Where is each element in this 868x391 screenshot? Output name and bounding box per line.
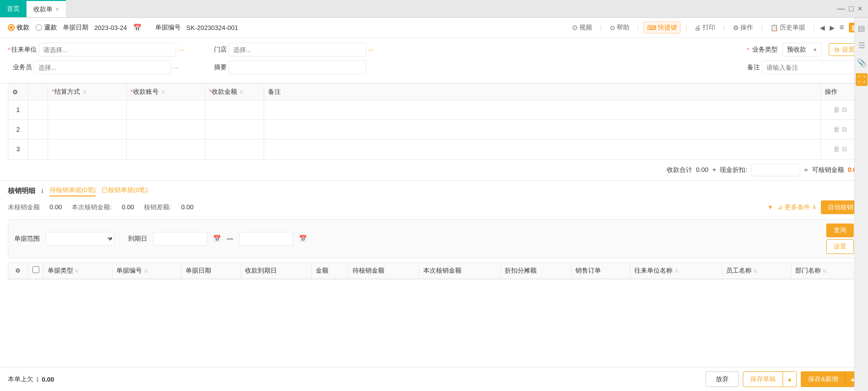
current-value: 0.00 — [122, 203, 134, 211]
row-amount-1[interactable] — [205, 100, 264, 120]
help-btn[interactable]: ⊙ 帮助 — [607, 22, 632, 33]
range-select[interactable] — [46, 232, 114, 246]
nav-right-btn[interactable]: ▶ — [830, 24, 835, 31]
form-area: * 往来单位 ··· 门店 ··· * 业务类型 预收款 ▼ ⚙ — [0, 38, 868, 84]
row-settle-3[interactable] — [48, 140, 126, 159]
footer-buttons: 放弃 保存草稿 ▲ 保存&新增 ▲ — [705, 371, 860, 387]
uncancelled-label: 未核销金额 — [8, 203, 40, 212]
table-row: 3 🗑 ⧉ — [8, 140, 860, 159]
row-copy-2[interactable]: ⧉ — [842, 125, 847, 134]
business-type-dropdown[interactable]: 预收款 ▼ — [783, 43, 822, 56]
filter-row: 单据范围 ▼ 到期日 2022-04-01 📅 — 2022-04-12 📅 查… — [8, 219, 860, 258]
partner-more-icon[interactable]: ··· — [178, 46, 184, 54]
tab-done[interactable]: 已核销单据(0笔) — [102, 186, 148, 196]
tab-receipt[interactable]: 收款单 × — [27, 0, 66, 17]
table-settings-header[interactable]: ⚙ — [8, 84, 28, 100]
summary-row: 收款合计 0.00 + 现金折扣: = 可核销金额 0.00 — [0, 160, 868, 181]
row-delete-2[interactable]: 🗑 — [833, 125, 840, 134]
row-copy-3[interactable]: ⧉ — [842, 145, 847, 153]
row-remark-3[interactable] — [264, 140, 820, 159]
window-close-btn[interactable]: × — [858, 4, 862, 13]
select-all-checkbox[interactable] — [32, 266, 39, 273]
history-btn[interactable]: 📋 历史单据 — [767, 22, 808, 33]
operation-btn[interactable]: ⚙ 操作 — [730, 22, 756, 33]
more-conditions-btn[interactable]: ⊿ 更多条件 ∧ — [777, 203, 817, 212]
receipt-type-group: 收款 退款 — [8, 23, 57, 32]
bt-partner-name-header: 往来单位名称 ⇅ — [630, 263, 722, 279]
summary-input[interactable] — [229, 60, 366, 74]
row-account-3[interactable] — [126, 140, 205, 159]
sidebar-list-icon[interactable]: ☰ — [856, 39, 867, 52]
calendar-from-icon[interactable]: 📅 — [213, 235, 221, 242]
save-new-btn[interactable]: 保存&新增 — [801, 371, 845, 387]
staff-more-icon[interactable]: ··· — [173, 63, 179, 71]
tab-home[interactable]: 首页 — [0, 0, 27, 17]
table-row: 2 🗑 ⧉ — [8, 120, 860, 140]
available-label: 可核销金额 — [812, 166, 844, 174]
sidebar-expand-icon[interactable]: ⛶ — [856, 73, 868, 86]
radio-refund[interactable]: 退款 — [35, 23, 57, 32]
store-input[interactable] — [229, 43, 366, 56]
discard-btn[interactable]: 放弃 — [705, 371, 739, 387]
video-btn[interactable]: ⊙ 视频 — [569, 22, 595, 33]
calendar-to-icon[interactable]: 📅 — [299, 235, 307, 242]
window-min-btn[interactable]: — — [837, 4, 845, 13]
table-remark-header: 备注 — [264, 84, 820, 100]
bt-sales-order-header: 销售订单 — [571, 263, 630, 279]
store-more-icon[interactable]: ··· — [368, 46, 374, 54]
shortcut-btn[interactable]: ⌨ 快捷键 — [644, 22, 680, 33]
radio-receipt[interactable]: 收款 — [8, 23, 29, 32]
gear-icon: ⚙ — [834, 46, 840, 54]
diff-label: 核销差额: — [144, 203, 171, 212]
due-from-input[interactable]: 2022-04-01 — [153, 232, 207, 246]
footer-info: 本单上欠 ℹ 0.00 — [8, 375, 54, 384]
bottom-table: ⚙ 单据类型 ⇅ 单据编号 ⇅ 单据日期 — [8, 263, 860, 279]
dropdown-arrow: ▼ — [813, 47, 817, 53]
row-account-1[interactable] — [126, 100, 205, 120]
row-settle-1[interactable] — [48, 100, 126, 120]
discount-input[interactable] — [751, 164, 800, 176]
row-delete-3[interactable]: 🗑 — [833, 145, 840, 153]
reconcile-settings-btn[interactable]: 设置 — [826, 239, 854, 254]
info-icon[interactable]: ℹ — [36, 376, 39, 383]
row-remark-1[interactable] — [264, 100, 820, 120]
list-view-btn[interactable]: ≡ — [840, 23, 844, 32]
discount-label: 现金折扣: — [720, 166, 747, 174]
window-max-btn[interactable]: □ — [849, 4, 854, 13]
store-label: 门店 — [214, 45, 227, 54]
bt-settings-header[interactable]: ⚙ — [8, 263, 28, 279]
tab-pending[interactable]: 待核销单据(0笔) — [50, 186, 96, 196]
row-index-1 — [28, 100, 48, 120]
reconcile-info-icon[interactable]: ℹ — [41, 188, 44, 195]
window-controls: — □ × — [837, 4, 868, 13]
remark-input[interactable] — [762, 60, 860, 74]
sidebar-attach-icon[interactable]: 📎 — [855, 56, 868, 69]
tab-receipt-close[interactable]: × — [55, 6, 59, 13]
save-draft-arrow-btn[interactable]: ▲ — [783, 371, 797, 387]
radio-receipt-label: 收款 — [17, 23, 29, 32]
receipt-table-wrapper: ⚙ *结算方式 ⇅ *收款账号 ⇅ *收款金额 ⇅ 备注 — [8, 84, 860, 160]
business-type-value: 预收款 — [787, 45, 806, 54]
due-to-input[interactable]: 2022-04-12 — [239, 232, 293, 246]
print-btn[interactable]: 🖨 打印 — [692, 22, 718, 33]
tab-receipt-label: 收款单 — [33, 5, 53, 14]
row-delete-1[interactable]: 🗑 — [833, 106, 840, 114]
partner-input[interactable] — [39, 43, 176, 56]
row-remark-2[interactable] — [264, 120, 820, 140]
more-chevron-icon: ∧ — [812, 203, 817, 211]
nav-left-btn[interactable]: ◀ — [820, 24, 825, 31]
row-amount-3[interactable] — [205, 140, 264, 159]
table-settle-header: *结算方式 ⇅ — [48, 84, 126, 100]
save-draft-btn[interactable]: 保存草稿 — [743, 371, 783, 387]
query-btn[interactable]: 查询 — [826, 223, 854, 237]
row-amount-2[interactable] — [205, 120, 264, 140]
calendar-icon[interactable]: 📅 — [133, 24, 141, 31]
row-account-2[interactable] — [126, 120, 205, 140]
bt-checkbox-header[interactable] — [28, 263, 43, 279]
summary-label: 摘要 — [214, 63, 227, 72]
sidebar-table-icon[interactable]: ▤ — [856, 22, 867, 35]
staff-input[interactable] — [34, 60, 171, 74]
row-settle-2[interactable] — [48, 120, 126, 140]
row-copy-1[interactable]: ⧉ — [842, 106, 847, 114]
op-icon: ⚙ — [733, 24, 739, 31]
